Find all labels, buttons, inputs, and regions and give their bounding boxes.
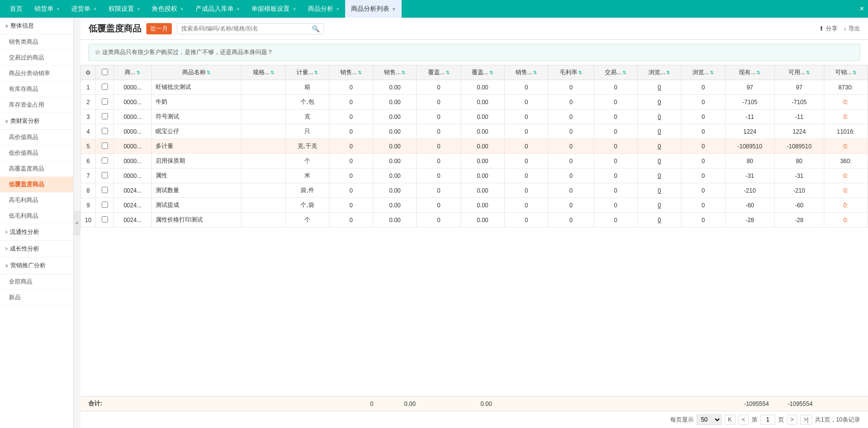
code-column-header[interactable]: 商...⇅ [114,65,152,80]
row-checkbox[interactable] [96,198,114,213]
row-checkbox[interactable] [96,124,114,139]
row-checkbox[interactable] [96,80,114,95]
sidebar-section-wealth[interactable]: ∨ 类财富分析 [0,113,73,130]
select-all-checkbox[interactable] [102,69,108,75]
name-column-header[interactable]: 商品名称⇅ [151,65,242,80]
checkbox-column-header[interactable] [96,65,114,80]
row-checkbox[interactable] [96,110,114,124]
sales-amt-column-header[interactable]: 销售...⇅ [373,65,417,80]
last-page-button[interactable]: >| [800,415,812,425]
top-nav: 首页 销货单 × 进货单 × 权限设置 × 角色授权 × 产成品入库单 × 单据… [0,0,868,18]
nav-roles[interactable]: 角色授权 × [146,0,189,18]
nav-close-roles[interactable]: × [180,6,183,12]
period-button[interactable]: 近一月 [146,23,172,34]
nav-close-purchase-order[interactable]: × [93,6,96,12]
sidebar-item-low-margin[interactable]: 低毛利商品 [0,208,73,224]
close-all-tabs-button[interactable]: × [860,4,864,13]
footer-current-stock: -1095554 [734,400,778,407]
view1-column-header[interactable]: 浏览...⇅ [638,65,681,80]
cover2-column-header[interactable]: 覆盖...⇅ [461,65,504,80]
search-input[interactable] [181,25,312,32]
nav-permissions[interactable]: 权限设置 × [103,0,146,18]
row-view1[interactable]: 0 [638,169,681,183]
trade-column-header[interactable]: 交易...⇅ [594,65,637,80]
available-stock-column-header[interactable]: 可用...⇅ [775,65,824,80]
sales-count-column-header[interactable]: 销售...⇅ [504,65,548,80]
sidebar-section-overview[interactable]: ∨ 整体信息 [0,18,73,34]
sidebar-item-high-margin[interactable]: 高毛利商品 [0,193,73,208]
row-checkbox[interactable] [96,139,114,154]
row-view1[interactable]: 0 [638,110,681,124]
nav-purchase-order[interactable]: 进货单 × [65,0,102,18]
nav-close-product-analysis[interactable]: × [336,6,339,12]
row-unit: 个 [285,213,329,228]
row-view1[interactable]: 0 [638,198,681,213]
prev-page-button[interactable]: < [738,415,749,425]
table-row: 90024...测试提成个,袋00.0000.0000000-60-600: [81,198,868,213]
sidebar-item-all-products[interactable]: 全部商品 [0,274,73,290]
current-stock-column-header[interactable]: 现有...⇅ [725,65,775,80]
nav-sales-order[interactable]: 销货单 × [28,0,65,18]
cover1-column-header[interactable]: 覆盖...⇅ [417,65,461,80]
nav-close-template[interactable]: × [293,6,296,12]
row-cover1: 0 [417,169,461,183]
row-cover1: 0 [417,80,461,95]
sidebar-item-traded-products[interactable]: 交易过的商品 [0,50,73,66]
row-saleable: 0: [824,110,868,124]
row-name: 属性 [151,169,242,183]
page-number-input[interactable] [760,415,775,425]
nav-close-sales-order[interactable]: × [56,6,59,12]
sidebar-item-new-products[interactable]: 新品 [0,290,73,306]
sidebar-item-sales-products[interactable]: 销售类商品 [0,34,73,50]
spec-column-header[interactable]: 规格...⇅ [242,65,285,80]
row-view1[interactable]: 0 [638,80,681,95]
row-view1[interactable]: 0 [638,183,681,198]
nav-finished-goods[interactable]: 产成品入库单 × [190,0,245,18]
sidebar-item-high-value[interactable]: 高价值商品 [0,130,73,145]
nav-home[interactable]: 首页 [4,0,28,18]
row-checkbox[interactable] [96,169,114,183]
row-view1[interactable]: 0 [638,139,681,154]
first-page-button[interactable]: K [725,415,735,425]
gross-margin-column-header[interactable]: 毛利率⇅ [548,65,594,80]
nav-close-finished-goods[interactable]: × [237,6,240,12]
view2-column-header[interactable]: 浏览...⇅ [681,65,725,80]
row-checkbox[interactable] [96,154,114,169]
settings-column-header[interactable]: ⚙ [81,65,96,80]
sidebar-item-in-stock[interactable]: 有库存商品 [0,82,73,97]
row-cover1: 0 [417,198,461,213]
row-view1[interactable]: 0 [638,95,681,110]
sidebar-section-growth[interactable]: > 成长性分析 [0,241,73,257]
nav-product-analysis-list[interactable]: 商品分析列表 × [345,0,401,18]
saleable-column-header[interactable]: 可销...⇅ [824,65,868,80]
export-button[interactable]: ↓ 导出 [843,25,860,33]
next-page-button[interactable]: > [787,415,797,425]
sidebar-collapse-button[interactable]: « [74,211,81,235]
row-code: 0000... [114,154,152,169]
sidebar-item-low-value[interactable]: 低价值商品 [0,145,73,161]
row-sales-qty: 0 [329,139,373,154]
share-button[interactable]: ⬆ 分享 [819,25,838,33]
row-available-stock: -31 [775,169,824,183]
row-checkbox[interactable] [96,183,114,198]
unit-column-header[interactable]: 计量...⇅ [285,65,329,80]
per-page-select[interactable]: 50 20 100 [697,414,722,425]
sidebar-section-marketing[interactable]: ∨ 营销推广分析 [0,257,73,274]
sidebar-item-high-coverage[interactable]: 高覆盖度商品 [0,161,73,177]
nav-product-analysis[interactable]: 商品分析 × [302,0,345,18]
row-view1[interactable]: 0 [638,213,681,228]
sidebar-item-category-turnover[interactable]: 商品分类动销率 [0,66,73,82]
row-view1[interactable]: 0 [638,154,681,169]
row-checkbox[interactable] [96,213,114,228]
row-code: 0000... [114,95,152,110]
sidebar-item-low-coverage[interactable]: 低覆盖度商品 [0,177,73,193]
sidebar-section-liquidity[interactable]: > 流通性分析 [0,224,73,241]
nav-close-permissions[interactable]: × [137,6,140,12]
nav-template[interactable]: 单据模板设置 × [245,0,301,18]
nav-close-product-analysis-list[interactable]: × [392,6,395,12]
sales-qty-column-header[interactable]: 销售...⇅ [329,65,373,80]
row-gross-margin: 0 [548,154,594,169]
row-checkbox[interactable] [96,95,114,110]
sidebar-item-stock-capital[interactable]: 库存资金占用 [0,97,73,113]
row-view1[interactable]: 0 [638,124,681,139]
